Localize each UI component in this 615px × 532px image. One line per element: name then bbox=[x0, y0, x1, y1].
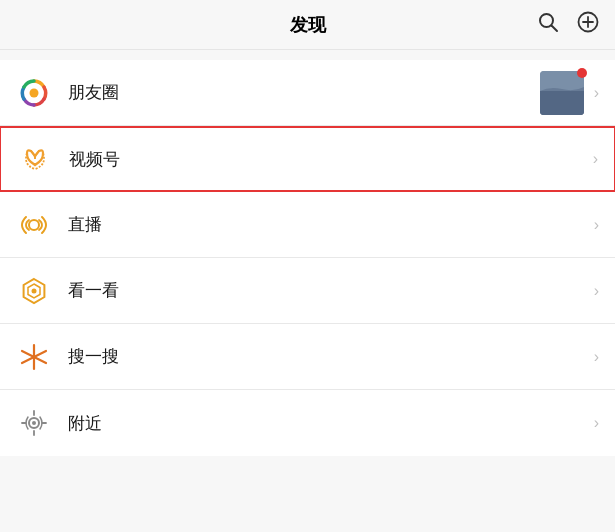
search-chevron: › bbox=[594, 348, 599, 366]
menu-item-nearby[interactable]: 附近 › bbox=[0, 390, 615, 456]
moments-badge bbox=[577, 68, 587, 78]
search-menu-label: 搜一搜 bbox=[68, 345, 594, 368]
svg-line-1 bbox=[552, 25, 558, 31]
topstories-label: 看一看 bbox=[68, 279, 594, 302]
menu-list: 朋友圈 › 视频号 › bbox=[0, 60, 615, 456]
nearby-icon bbox=[16, 405, 52, 441]
page-title: 发现 bbox=[290, 13, 326, 37]
channels-label: 视频号 bbox=[69, 148, 593, 171]
nearby-label: 附近 bbox=[68, 412, 594, 435]
moments-thumbnail-wrapper bbox=[540, 71, 584, 115]
menu-item-topstories[interactable]: 看一看 › bbox=[0, 258, 615, 324]
nearby-chevron: › bbox=[594, 414, 599, 432]
channels-icon bbox=[17, 141, 53, 177]
svg-point-17 bbox=[32, 421, 36, 425]
svg-point-9 bbox=[29, 220, 39, 230]
moments-label: 朋友圈 bbox=[68, 81, 540, 104]
svg-point-12 bbox=[32, 288, 37, 293]
topstories-icon bbox=[16, 273, 52, 309]
channels-chevron: › bbox=[593, 150, 598, 168]
live-icon bbox=[16, 207, 52, 243]
search-menu-icon bbox=[16, 339, 52, 375]
svg-point-6 bbox=[30, 88, 39, 97]
menu-item-live[interactable]: 直播 › bbox=[0, 192, 615, 258]
menu-item-channels[interactable]: 视频号 › bbox=[0, 126, 615, 192]
moments-thumbnail bbox=[540, 71, 584, 115]
live-label: 直播 bbox=[68, 213, 594, 236]
header-actions bbox=[537, 11, 599, 39]
live-chevron: › bbox=[594, 216, 599, 234]
moments-icon bbox=[16, 75, 52, 111]
menu-item-search[interactable]: 搜一搜 › bbox=[0, 324, 615, 390]
menu-item-moments[interactable]: 朋友圈 › bbox=[0, 60, 615, 126]
topstories-chevron: › bbox=[594, 282, 599, 300]
add-icon[interactable] bbox=[577, 11, 599, 39]
search-icon[interactable] bbox=[537, 11, 559, 39]
header: 发现 bbox=[0, 0, 615, 50]
moments-chevron: › bbox=[594, 84, 599, 102]
